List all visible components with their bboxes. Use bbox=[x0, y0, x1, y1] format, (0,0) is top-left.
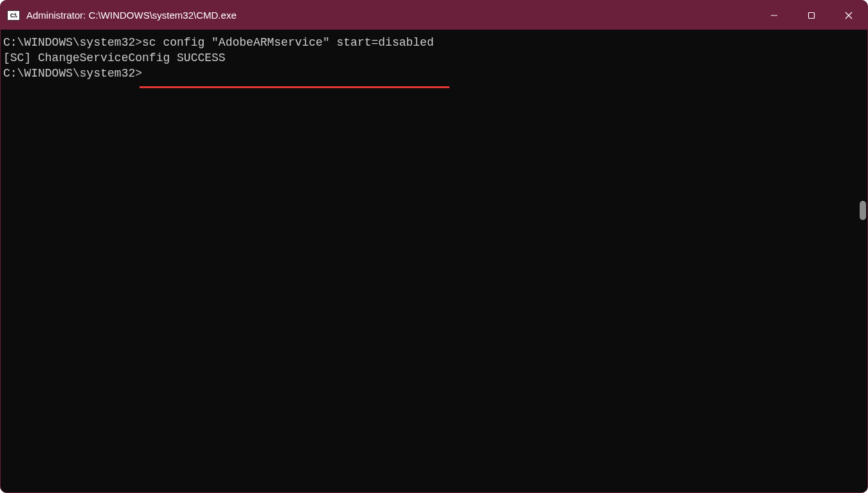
terminal-line-1: C:\WINDOWS\system32>sc config "AdobeARMs… bbox=[3, 35, 857, 50]
command-text: sc config "AdobeARMservice" start=disabl… bbox=[142, 36, 434, 49]
terminal-line-4: C:\WINDOWS\system32> bbox=[3, 66, 857, 81]
titlebar[interactable]: C:\. Administrator: C:\WINDOWS\system32\… bbox=[1, 1, 867, 30]
terminal-body[interactable]: C:\WINDOWS\system32>sc config "AdobeARMs… bbox=[1, 30, 867, 492]
scrollbar-thumb[interactable] bbox=[860, 201, 866, 220]
terminal-line-2: [SC] ChangeServiceConfig SUCCESS bbox=[3, 50, 857, 66]
red-underline-annotation bbox=[140, 86, 449, 88]
minimize-button[interactable] bbox=[755, 1, 793, 30]
window-title: Administrator: C:\WINDOWS\system32\CMD.e… bbox=[26, 10, 755, 21]
scrollbar-track[interactable] bbox=[857, 35, 867, 492]
window-controls bbox=[755, 1, 867, 30]
cmd-icon: C:\. bbox=[7, 10, 20, 21]
svg-rect-1 bbox=[809, 12, 815, 18]
maximize-button[interactable] bbox=[793, 1, 830, 30]
terminal-content[interactable]: C:\WINDOWS\system32>sc config "AdobeARMs… bbox=[3, 35, 857, 492]
close-button[interactable] bbox=[830, 1, 867, 30]
cmd-window: C:\. Administrator: C:\WINDOWS\system32\… bbox=[0, 0, 868, 493]
prompt-1: C:\WINDOWS\system32> bbox=[3, 36, 142, 49]
